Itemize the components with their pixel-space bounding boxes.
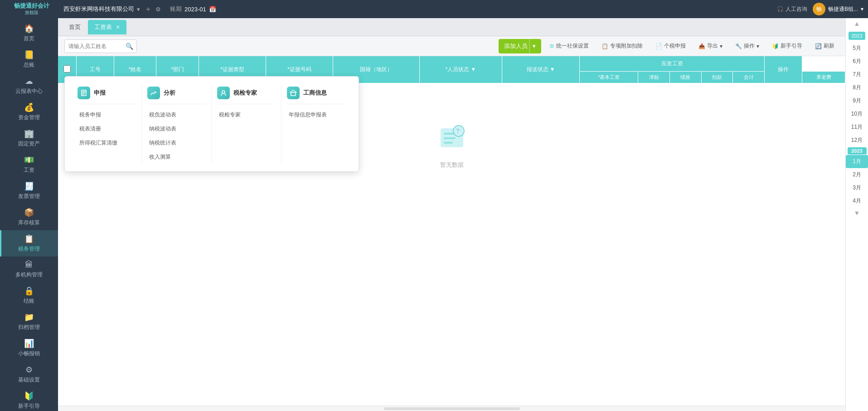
- sidebar-item-home[interactable]: 🏠 首页: [0, 20, 58, 46]
- search-wrap[interactable]: 🔍: [64, 39, 137, 53]
- sidebar-item-ledger[interactable]: 📒 总账: [0, 46, 58, 73]
- period-label: 账期: [170, 5, 182, 13]
- add-person-button[interactable]: 添加人员 ▾: [499, 39, 541, 53]
- operate-icon: 🔧: [735, 43, 742, 49]
- rs-month-3[interactable]: 3月: [846, 181, 868, 194]
- operate-dropdown-icon: ▾: [756, 43, 759, 49]
- col-status[interactable]: *人员状态 ▼: [419, 56, 502, 83]
- rs-month-6[interactable]: 6月: [846, 55, 868, 68]
- sidebar-item-report[interactable]: 📊 小畅报销: [0, 335, 58, 361]
- tab-home[interactable]: 首页: [63, 20, 87, 34]
- menu-item-tax-burden[interactable]: 税负波动表: [147, 108, 206, 122]
- period-value: 2023-01: [184, 6, 206, 13]
- search-icon: 🔍: [126, 43, 133, 50]
- right-sidebar: ▲ 2023 5月 6月 7月 8月 9月 10月 11月 12月 2023 1…: [845, 18, 868, 411]
- rs-month-8[interactable]: 8月: [846, 81, 868, 94]
- sidebar-item-invoice[interactable]: 🧾 发票管理: [0, 178, 58, 204]
- close-period-icon: 🔒: [24, 286, 34, 296]
- col-pension: 养老费: [802, 72, 845, 83]
- col-base-salary: *基本工资: [580, 72, 638, 83]
- rs-month-5[interactable]: 5月: [846, 42, 868, 55]
- unified-insurance-button[interactable]: ⚙ 统一社保设置: [545, 39, 593, 53]
- add-person-dropdown-icon[interactable]: ▾: [529, 39, 536, 53]
- headset-icon: 🎧: [777, 6, 784, 12]
- submit-filter-icon: ▼: [550, 66, 555, 73]
- funds-icon: 💰: [24, 102, 34, 112]
- rs-month-11[interactable]: 11月: [846, 121, 868, 134]
- rs-month-12[interactable]: 12月: [846, 134, 868, 147]
- user-area[interactable]: 畅 畅捷通B组... ▾: [813, 3, 863, 15]
- select-all-checkbox[interactable]: [63, 65, 71, 73]
- col-performance: 绩效: [669, 72, 701, 83]
- sidebar: 🏠 首页 📒 总账 ☁ 云报表中心 💰 资金管理 🏢 固定资产 💵 工资: [0, 18, 58, 411]
- scrollbar-track[interactable]: [384, 407, 520, 410]
- menu-item-tax-stats[interactable]: 纳税统计表: [147, 136, 206, 150]
- tab-salary-table[interactable]: 工资表 ✕: [88, 20, 126, 34]
- menu-item-tax-declaration[interactable]: 税务申报: [78, 108, 136, 122]
- dropdown-section-business: 工商信息 年报信息申报表: [281, 84, 351, 164]
- rs-nav-up[interactable]: ▲: [852, 18, 862, 29]
- tax-icon: 📋: [24, 234, 34, 244]
- user-dropdown-icon[interactable]: ▾: [861, 6, 863, 12]
- sidebar-item-multi[interactable]: 🏛 多机构管理: [0, 256, 58, 282]
- search-input[interactable]: [68, 43, 123, 49]
- rs-month-10[interactable]: 10月: [846, 107, 868, 121]
- export-icon: 📤: [698, 43, 705, 49]
- menu-item-tax-payment[interactable]: 纳税波动表: [147, 122, 206, 136]
- report-icon: 📊: [24, 338, 34, 348]
- special-deduction-icon: 📋: [601, 43, 608, 49]
- section-header-analysis: 分析: [147, 84, 206, 104]
- refresh-button[interactable]: 🔄 刷新: [810, 39, 839, 53]
- sidebar-item-inventory[interactable]: 📦 库存核算: [0, 204, 58, 230]
- sidebar-item-funds[interactable]: 💰 资金管理: [0, 99, 58, 125]
- rs-month-9[interactable]: 9月: [846, 94, 868, 107]
- operate-button[interactable]: 🔧 操作 ▾: [731, 39, 764, 53]
- section-header-business-label: 工商信息: [303, 89, 327, 97]
- rs-year-2023[interactable]: 2023: [848, 147, 867, 155]
- company-name: 西安虾米网络科技有限公司: [63, 5, 134, 13]
- rs-month-1[interactable]: 1月: [846, 155, 868, 168]
- sidebar-item-archive[interactable]: 📁 归档管理: [0, 309, 58, 335]
- col-submit-status[interactable]: 报送状态 ▼: [502, 56, 580, 83]
- avatar: 畅: [813, 3, 825, 15]
- rs-nav-down[interactable]: ▼: [852, 208, 862, 218]
- col-allowance: 津贴: [638, 72, 670, 83]
- export-button[interactable]: 📤 导出 ▾: [694, 39, 727, 53]
- menu-item-tax-expert[interactable]: 税检专家: [217, 108, 276, 122]
- special-deduction-label: 专项附加扣除: [610, 42, 643, 50]
- sidebar-item-basic[interactable]: ⚙ 基础设置: [0, 361, 58, 387]
- col-payable-group: 应发工资: [580, 56, 765, 72]
- rs-year-badge[interactable]: 2023: [849, 32, 865, 40]
- add-company-icon[interactable]: ＋: [145, 5, 152, 14]
- calendar-icon[interactable]: 📅: [209, 6, 216, 13]
- new-guide-button[interactable]: 🔰 新手引导: [767, 39, 807, 53]
- section-header-analysis-label: 分析: [164, 89, 175, 97]
- archive-icon: 📁: [24, 312, 34, 322]
- tab-close-icon[interactable]: ✕: [116, 24, 120, 30]
- personal-tax-button[interactable]: 📄 个税申报: [651, 39, 690, 53]
- rs-month-7[interactable]: 7月: [846, 68, 868, 81]
- main-layout: 🏠 首页 📒 总账 ☁ 云报表中心 💰 资金管理 🏢 固定资产 💵 工资: [0, 18, 868, 411]
- rs-month-4[interactable]: 4月: [846, 194, 868, 208]
- inventory-icon: 📦: [24, 208, 34, 218]
- sidebar-item-guide[interactable]: 🔰 新手引导: [0, 387, 58, 411]
- menu-item-income-tax[interactable]: 所得税汇算清缴: [78, 136, 136, 150]
- menu-item-tax-table[interactable]: 税表清册: [78, 122, 136, 136]
- company-area[interactable]: 西安虾米网络科技有限公司 ▾ ＋ ⚙: [63, 5, 161, 14]
- sidebar-item-tax[interactable]: 📋 税务管理: [0, 230, 58, 256]
- sidebar-item-close[interactable]: 🔒 结账: [0, 282, 58, 309]
- dropdown-section-expert: 税检专家 税检专家: [212, 84, 281, 164]
- menu-item-income-estimate[interactable]: 收入测算: [147, 150, 206, 164]
- sidebar-item-assets[interactable]: 🏢 固定资产: [0, 125, 58, 151]
- top-header: 畅捷通好会计 旗舰版 西安虾米网络科技有限公司 ▾ ＋ ⚙ 账期 2023-01…: [0, 0, 868, 18]
- sidebar-item-cloud[interactable]: ☁ 云报表中心: [0, 73, 58, 99]
- settings-icon[interactable]: ⚙: [155, 6, 161, 13]
- sidebar-item-salary[interactable]: 💵 工资: [0, 151, 58, 178]
- rs-month-2[interactable]: 2月: [846, 168, 868, 181]
- company-dropdown-icon[interactable]: ▾: [137, 6, 140, 13]
- menu-item-annual-report[interactable]: 年报信息申报表: [287, 108, 346, 122]
- service-button[interactable]: 🎧 人工咨询: [777, 5, 807, 13]
- col-total: 合计: [733, 72, 765, 83]
- special-deduction-button[interactable]: 📋 专项附加扣除: [597, 39, 647, 53]
- refresh-icon: 🔄: [815, 43, 822, 49]
